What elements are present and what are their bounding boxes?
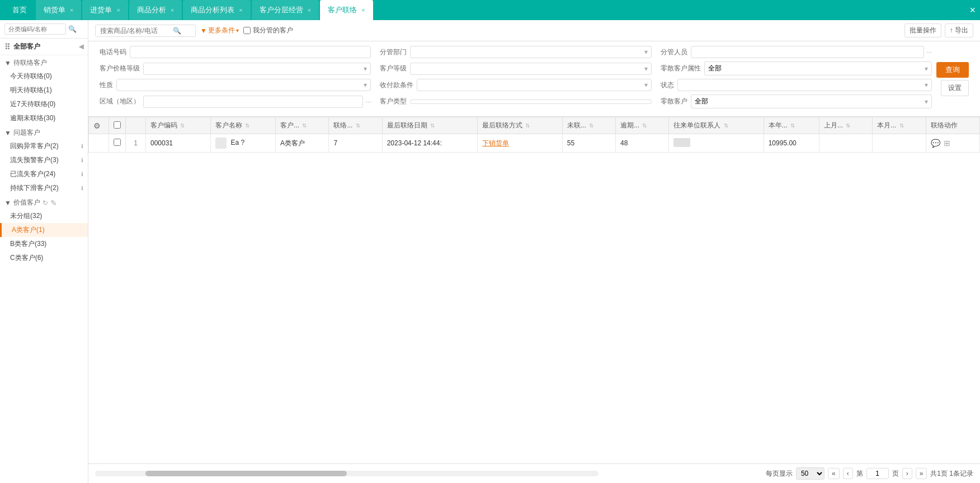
scatter-select[interactable]: 全部 ▾ (691, 94, 932, 108)
select-all-checkbox[interactable] (114, 121, 121, 129)
sidebar-item-overdue-contact[interactable]: 逾期未联络(30) (0, 111, 88, 125)
col-code-sort[interactable]: ⇅ (180, 122, 185, 129)
query-btn[interactable]: 查询 (936, 62, 969, 78)
row-seq: 1 (126, 134, 146, 153)
main-layout: 🔍 ⠿ 全部客户 ◀ ▼ 待联络客户 今天待联络(0) 明天待联络(1) 近7天… (0, 20, 980, 483)
customer-level-label: 客户等级 (380, 64, 407, 73)
close-contact-tab[interactable]: × (361, 7, 365, 13)
export-label: 导出 (955, 26, 968, 34)
close-analysis-list-tab[interactable]: × (239, 7, 242, 13)
my-customers-checkbox[interactable]: 我分管的客户 (243, 26, 293, 35)
customer-avatar (215, 138, 227, 149)
batch-action-btn[interactable]: 批量操作 (904, 23, 941, 37)
batch-label: 批量操作 (910, 26, 936, 34)
sidebar-item-today-contact[interactable]: 今天待联络(0) (0, 69, 88, 83)
sidebar-item-churn-warning[interactable]: 流失预警客户(3) ℹ (0, 153, 88, 167)
nav-tab-sales[interactable]: 销货单 × (36, 0, 81, 20)
sidebar-search-icon[interactable]: 🔍 (68, 25, 77, 33)
next-page-btn[interactable]: › (902, 468, 912, 479)
dept-select[interactable]: ▾ (410, 46, 651, 58)
per-page-label: 每页显示 (766, 469, 793, 479)
scatter-value: 全部 (695, 97, 708, 106)
status-select[interactable]: ▾ (677, 79, 932, 91)
col-date-sort[interactable]: ⇅ (430, 122, 435, 129)
sidebar-item-churned[interactable]: 已流失客户(24) ℹ (0, 167, 88, 181)
col-nocontact-sort[interactable]: ⇅ (589, 122, 593, 129)
comment-icon[interactable]: 💬 (931, 139, 940, 148)
sidebar-item-declining[interactable]: 持续下滑客户(2) ℹ (0, 181, 88, 195)
col-contact-action: 联络动作 (926, 117, 979, 134)
col-lastmonth-sort[interactable]: ⇅ (846, 122, 850, 129)
horizontal-scrollbar[interactable] (95, 471, 599, 476)
region-dots[interactable]: ··· (365, 98, 371, 106)
nav-tab-customer-segment[interactable]: 客户分层经营 × (252, 0, 319, 20)
sidebar-item-ungrouped[interactable]: 未分组(32) (0, 209, 88, 223)
nav-tab-analysis-list[interactable]: 商品分析列表 × (183, 0, 250, 20)
sidebar-search-input[interactable] (4, 23, 66, 35)
value-edit-icon[interactable]: ✎ (50, 198, 57, 207)
all-customers-collapse[interactable]: ◀ (79, 43, 83, 50)
grid-icon[interactable]: ⊞ (944, 139, 950, 148)
group-value-customers[interactable]: ▼ 价值客户 ↻ ✎ (0, 195, 88, 209)
sidebar-item-tomorrow-contact[interactable]: 明天待联络(1) (0, 83, 88, 97)
group-pending-contact[interactable]: ▼ 待联络客户 (0, 55, 88, 69)
pagination: 每页显示 50 100 200 « ‹ 第 页 › » 共1页 1条记录 (766, 467, 973, 480)
col-method-sort[interactable]: ⇅ (525, 122, 530, 129)
sidebar-item-b-class[interactable]: B类客户(33) (0, 237, 88, 251)
status-label: 状态 (661, 80, 674, 90)
col-unit-sort[interactable]: ⇅ (724, 122, 728, 129)
row-method-link[interactable]: 下销货单 (482, 139, 509, 147)
filter-search-icon[interactable]: 🔍 (173, 27, 181, 35)
dept-chevron: ▾ (644, 48, 648, 56)
filter-more-btn[interactable]: ▼ 更多条件 ▾ (200, 26, 239, 35)
customer-level-select[interactable]: ▾ (410, 63, 651, 75)
nature-select[interactable]: ▾ (116, 79, 371, 91)
value-refresh-icon[interactable]: ↻ (43, 199, 48, 207)
sidebar-item-repurchase-abnormal[interactable]: 回购异常客户(2) ℹ (0, 139, 88, 153)
nav-home[interactable]: 首页 (4, 0, 35, 20)
filter-bar: 🔍 ▼ 更多条件 ▾ 我分管的客户 批量操作 ↑ 导出 (88, 20, 980, 41)
region-input[interactable] (143, 96, 363, 108)
close-all-tabs[interactable]: × (969, 4, 976, 16)
filter-search-input[interactable] (100, 27, 173, 35)
sidebar-item-a-class[interactable]: A类客户(1) (0, 223, 88, 237)
col-contact-sort[interactable]: ⇅ (356, 122, 360, 129)
close-purchase-tab[interactable]: × (116, 7, 120, 13)
last-page-btn[interactable]: » (916, 468, 927, 479)
payment-select[interactable]: ▾ (417, 79, 651, 91)
table-gear-icon[interactable]: ⚙ (93, 121, 101, 130)
col-overdue-sort[interactable]: ⇅ (642, 122, 647, 129)
customer-type-select[interactable] (410, 100, 651, 104)
per-page-select[interactable]: 50 100 200 (796, 467, 824, 480)
all-customers-header[interactable]: ⠿ 全部客户 ◀ (0, 39, 88, 55)
sidebar-item-7days-contact[interactable]: 近7天待联络(0) (0, 97, 88, 111)
filter-payment: 收付款条件 ▾ (375, 79, 656, 91)
col-year-label: 本年... (769, 121, 788, 129)
page-input[interactable] (866, 468, 889, 479)
close-segment-tab[interactable]: × (308, 7, 311, 13)
col-thismonth-sort[interactable]: ⇅ (899, 122, 904, 129)
nav-tab-customer-contact[interactable]: 客户联络 × (320, 0, 373, 20)
nav-tab-purchase[interactable]: 进货单 × (82, 0, 128, 20)
settings-btn[interactable]: 设置 (941, 80, 969, 96)
scatter-attr-select[interactable]: 全部 ▾ (704, 61, 932, 75)
nav-tab-analysis[interactable]: 商品分析 × (129, 0, 182, 20)
col-name-sort[interactable]: ⇅ (245, 122, 249, 129)
manager-input[interactable] (691, 46, 924, 58)
first-page-btn[interactable]: « (828, 468, 840, 479)
my-customers-check[interactable] (243, 27, 251, 34)
prev-page-btn[interactable]: ‹ (843, 468, 853, 479)
col-year-sort[interactable]: ⇅ (790, 122, 795, 129)
phone-input[interactable] (130, 46, 371, 58)
export-btn[interactable]: ↑ 导出 (945, 23, 973, 37)
col-type-sort[interactable]: ⇅ (302, 122, 307, 129)
group-problem-customers[interactable]: ▼ 问题客户 (0, 125, 88, 139)
payment-chevron: ▾ (644, 81, 648, 89)
close-sales-tab[interactable]: × (70, 7, 73, 13)
col-name-label: 客户名称 (215, 121, 242, 129)
price-level-select[interactable]: ▾ (143, 63, 371, 75)
sidebar-item-c-class[interactable]: C类客户(6) (0, 251, 88, 265)
manager-dots[interactable]: ··· (926, 48, 932, 56)
row-checkbox[interactable] (114, 139, 121, 146)
close-analysis-tab[interactable]: × (171, 7, 174, 13)
